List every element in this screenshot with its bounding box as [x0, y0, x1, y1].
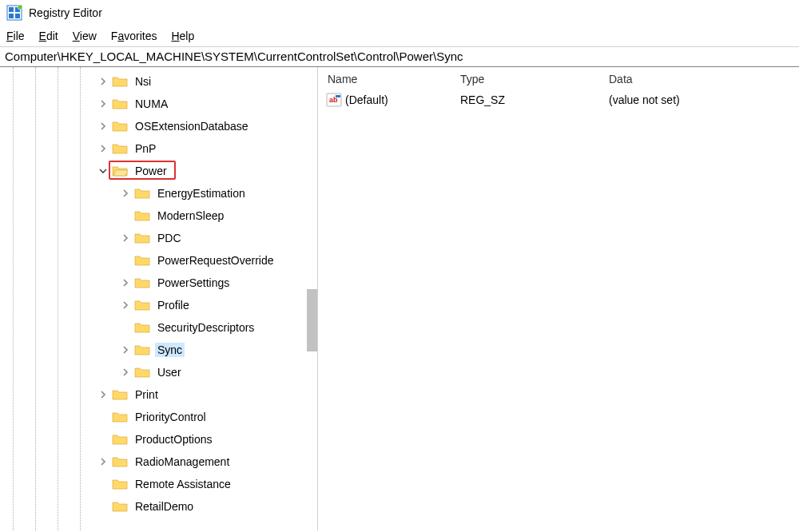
menu-help[interactable]: Help	[171, 30, 194, 42]
svg-rect-3	[9, 14, 14, 18]
folder-icon	[112, 433, 128, 446]
tree-item[interactable]: PDC	[0, 227, 317, 249]
tree-item-label: OSExtensionDatabase	[133, 119, 251, 133]
tree-item[interactable]: EnergyEstimation	[0, 182, 317, 204]
tree-item[interactable]: SecurityDescriptors	[0, 316, 317, 339]
chevron-right-icon[interactable]	[97, 77, 109, 85]
tree-item-label: RadioManagement	[133, 455, 232, 469]
chevron-right-icon[interactable]	[97, 391, 109, 399]
tree-item[interactable]: OSExtensionDatabase	[0, 115, 317, 137]
folder-icon	[134, 321, 150, 334]
tree-item-label: PDC	[155, 231, 184, 245]
chevron-right-icon[interactable]	[97, 122, 109, 130]
value-type: REG_SZ	[460, 93, 609, 106]
tree-item-label: ModernSleep	[155, 208, 226, 223]
menu-file[interactable]: File	[6, 30, 25, 42]
column-type[interactable]: Type	[460, 73, 609, 85]
tree-item[interactable]: PriorityControl	[0, 406, 317, 428]
folder-icon	[134, 343, 150, 356]
column-data[interactable]: Data	[609, 73, 799, 85]
tree-item[interactable]: ModernSleep	[0, 204, 317, 227]
tree-item-label: Remote Assistance	[133, 477, 233, 491]
chevron-down-icon[interactable]	[97, 167, 109, 175]
value-data: (value not set)	[609, 93, 799, 106]
string-value-icon: ab	[326, 93, 342, 107]
menu-favorites[interactable]: Favorites	[111, 30, 157, 42]
chevron-right-icon[interactable]	[120, 234, 131, 242]
chevron-right-icon[interactable]	[120, 368, 131, 376]
folder-icon	[134, 366, 150, 379]
folder-icon	[112, 97, 128, 110]
regedit-icon	[6, 5, 22, 21]
chevron-right-icon[interactable]	[120, 301, 131, 309]
tree-item[interactable]: Nsi	[0, 70, 317, 93]
tree-item[interactable]: Print	[0, 383, 317, 406]
content-area: Nsi NUMA OSExtensionDatabase PnP Power E…	[0, 67, 799, 530]
tree-item-label: PowerSettings	[155, 276, 232, 290]
chevron-right-icon[interactable]	[97, 145, 109, 153]
tree-item-label: Profile	[155, 298, 192, 312]
chevron-right-icon[interactable]	[120, 346, 131, 354]
tree-item-label: PnP	[133, 141, 158, 156]
folder-icon	[112, 165, 128, 177]
tree-item[interactable]: Profile	[0, 294, 317, 316]
title-bar: Registry Editor	[0, 0, 799, 26]
folder-icon	[112, 75, 128, 88]
folder-icon	[134, 276, 150, 289]
tree-item-label: NUMA	[133, 97, 170, 111]
value-row[interactable]: ab (Default)REG_SZ(value not set)	[318, 89, 799, 110]
tree-item-label: Power	[133, 164, 169, 178]
values-header[interactable]: Name Type Data	[318, 69, 799, 89]
svg-rect-1	[9, 7, 14, 12]
tree-scrollbar-thumb[interactable]	[307, 289, 317, 351]
chevron-right-icon[interactable]	[97, 100, 109, 108]
tree-item[interactable]: PnP	[0, 137, 317, 160]
tree-item[interactable]: RadioManagement	[0, 451, 317, 473]
folder-icon	[112, 500, 128, 513]
value-name: (Default)	[345, 93, 388, 106]
folder-icon	[112, 388, 128, 401]
tree-item-label: RetailDemo	[133, 499, 196, 514]
menu-bar: File Edit View Favorites Help	[0, 26, 799, 46]
tree-item-label: ProductOptions	[133, 432, 215, 447]
tree-item-label: Sync	[155, 343, 185, 357]
tree-item[interactable]: PowerRequestOverride	[0, 249, 317, 272]
tree-item[interactable]: NUMA	[0, 93, 317, 115]
folder-icon	[112, 411, 128, 423]
tree-item[interactable]: Remote Assistance	[0, 473, 317, 495]
svg-rect-4	[15, 14, 20, 18]
folder-icon	[112, 120, 128, 133]
folder-icon	[134, 187, 150, 200]
tree-item-label: PriorityControl	[133, 410, 209, 424]
chevron-right-icon[interactable]	[120, 189, 131, 197]
folder-icon	[134, 232, 150, 244]
chevron-right-icon[interactable]	[120, 279, 131, 287]
tree-item[interactable]: PowerSettings	[0, 272, 317, 294]
window-title: Registry Editor	[29, 6, 102, 19]
folder-icon	[134, 209, 150, 222]
chevron-right-icon[interactable]	[97, 458, 109, 466]
svg-rect-8	[336, 95, 340, 97]
tree-item[interactable]: Power	[0, 160, 317, 182]
menu-view[interactable]: View	[73, 30, 97, 42]
folder-icon	[134, 254, 150, 267]
tree-item[interactable]: ProductOptions	[0, 428, 317, 451]
folder-icon	[112, 478, 128, 490]
tree-item-label: SecurityDescriptors	[155, 320, 256, 335]
tree-item[interactable]: User	[0, 361, 317, 383]
svg-point-5	[18, 5, 22, 10]
column-name[interactable]: Name	[318, 73, 460, 85]
tree-item-label: EnergyEstimation	[155, 186, 248, 200]
tree-item-label: Print	[133, 387, 161, 402]
address-bar[interactable]: Computer\HKEY_LOCAL_MACHINE\SYSTEM\Curre…	[0, 46, 799, 67]
folder-icon	[112, 455, 128, 468]
tree-item[interactable]: RetailDemo	[0, 495, 317, 518]
tree-item[interactable]: Sync	[0, 339, 317, 361]
address-text: Computer\HKEY_LOCAL_MACHINE\SYSTEM\Curre…	[5, 50, 463, 63]
tree-item-label: PowerRequestOverride	[155, 253, 276, 268]
tree-item-label: User	[155, 365, 184, 379]
values-pane: Name Type Data ab (Default)REG_SZ(value …	[318, 67, 799, 530]
folder-icon	[134, 299, 150, 312]
menu-edit[interactable]: Edit	[39, 30, 58, 42]
registry-tree[interactable]: Nsi NUMA OSExtensionDatabase PnP Power E…	[0, 67, 317, 518]
